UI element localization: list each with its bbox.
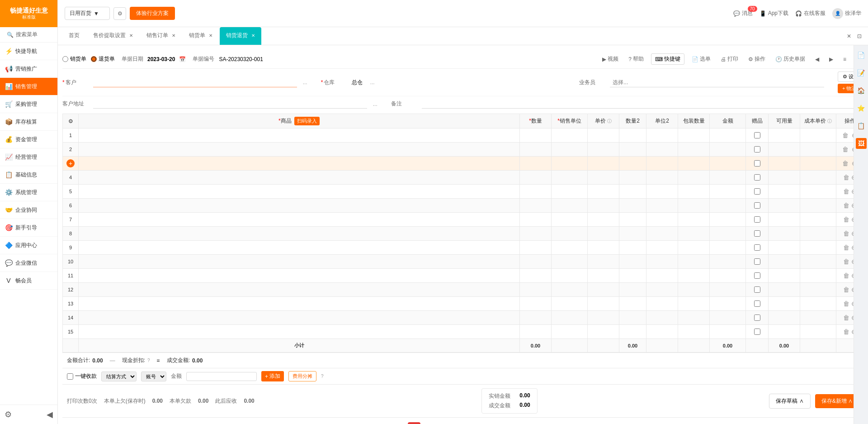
unit2-cell[interactable] <box>646 143 678 157</box>
tab-sale-order[interactable]: 销售订单 ✕ <box>140 27 182 45</box>
delete-row-btn[interactable]: 🗑 <box>842 201 850 210</box>
customer-input[interactable] <box>93 78 297 87</box>
qty-cell[interactable] <box>520 129 552 143</box>
gift-checkbox[interactable] <box>754 202 760 209</box>
gift-cell[interactable] <box>746 157 769 171</box>
taskbar-icon-5[interactable]: 📺 <box>473 422 486 424</box>
fee-help-icon[interactable]: ? <box>321 374 324 379</box>
delete-row-btn[interactable]: 🗑 <box>842 285 850 294</box>
tab-restore-icon[interactable]: ⊡ <box>855 31 863 41</box>
cost-help-icon[interactable]: ⓘ <box>827 119 832 124</box>
salesperson-input[interactable] <box>610 78 824 87</box>
amount-cell[interactable] <box>710 129 746 143</box>
gift-checkbox[interactable] <box>754 146 760 152</box>
list-view-btn[interactable]: ≡ <box>840 55 849 64</box>
amount-cell[interactable] <box>710 143 746 157</box>
taskbar-icon-3[interactable]: 🎤 <box>440 422 453 424</box>
sidebar-item-ops[interactable]: 📈 经营管理 <box>0 148 57 166</box>
tab-close-sale-return[interactable]: ✕ <box>251 33 255 38</box>
messages-btn[interactable]: 💬 消息 70 <box>733 10 753 17</box>
video-btn[interactable]: ▶ 视频 <box>599 54 621 64</box>
pkgqty-cell[interactable] <box>678 157 710 171</box>
gift-checkbox[interactable] <box>754 258 760 265</box>
pkgqty-cell[interactable] <box>678 143 710 157</box>
qty-cell[interactable] <box>520 157 552 171</box>
one-click-payment[interactable]: 一键收款 <box>67 372 97 380</box>
customer-dots[interactable]: ... <box>303 79 307 86</box>
payment-amount-input[interactable] <box>186 372 257 381</box>
sidebar-item-purchase[interactable]: 🛒 采购管理 <box>0 95 57 113</box>
prev-btn[interactable]: ◀ <box>812 55 822 64</box>
sidebar-item-app[interactable]: 🔷 应用中心 <box>0 237 57 254</box>
tab-close-sale-delivery[interactable]: ✕ <box>209 33 212 38</box>
tab-close-sale-price[interactable]: ✕ <box>129 33 133 38</box>
address-dots[interactable]: ... <box>373 101 377 107</box>
tab-close-all-icon[interactable]: ✕ <box>845 31 853 41</box>
delete-row-btn[interactable]: 🗑 <box>841 159 849 168</box>
delete-row-btn[interactable]: 🗑 <box>842 257 850 266</box>
user-profile[interactable]: 👤 徐泽华 <box>832 8 861 19</box>
fee-split-btn[interactable]: 费用分摊 <box>288 371 316 381</box>
sidebar-item-marketing[interactable]: 📢 营销推广 <box>0 60 57 78</box>
qty2-cell[interactable] <box>619 129 646 143</box>
right-panel-icon-2[interactable]: 📝 <box>856 67 867 78</box>
sidebar-item-coop[interactable]: 🤝 企业协同 <box>0 201 57 219</box>
product-input-active[interactable] <box>82 160 516 167</box>
radio-return-bill[interactable]: 退货单 <box>91 55 115 63</box>
taskbar-icon-6[interactable]: 👔 <box>489 422 502 424</box>
delete-row-btn[interactable]: 🗑 <box>842 215 850 224</box>
gift-cell[interactable] <box>746 129 769 143</box>
tab-close-sale-order[interactable]: ✕ <box>172 33 175 38</box>
delete-row-btn[interactable]: 🗑 <box>842 187 850 196</box>
delete-row-btn[interactable]: 🗑 <box>841 131 849 140</box>
tab-home[interactable]: 首页 <box>62 27 86 45</box>
calendar-icon[interactable]: 📅 <box>179 56 186 62</box>
add-fee-btn[interactable]: + 添加 <box>261 371 284 381</box>
table-gear-icon[interactable]: ⚙ <box>68 118 73 124</box>
delete-row-btn[interactable]: 🗑 <box>842 327 850 336</box>
save-new-btn[interactable]: 保存&新增 ∧ <box>815 394 859 408</box>
scan-input-btn[interactable]: 扫码录入 <box>294 117 320 125</box>
taskbar-icon-7[interactable]: 💲 <box>505 422 518 424</box>
delete-row-btn[interactable]: 🗑 <box>841 145 849 154</box>
taskbar-icon-2[interactable]: 中 <box>424 422 437 424</box>
account-select[interactable]: 账号 <box>141 372 166 381</box>
category-select[interactable]: 日用百货 ▼ <box>65 7 110 20</box>
qty2-cell[interactable] <box>619 143 646 157</box>
sidebar-item-sales[interactable]: 📊 销售管理 <box>0 78 57 95</box>
tab-sale-delivery[interactable]: 销货单 ✕ <box>183 27 219 45</box>
gift-checkbox[interactable] <box>754 300 760 307</box>
save-draft-btn[interactable]: 保存草稿 ∧ <box>769 394 810 409</box>
gift-checkbox[interactable] <box>754 188 760 195</box>
taskbar-icon-1[interactable]: S <box>408 422 420 424</box>
product-cell[interactable] <box>79 129 520 143</box>
discount-help-icon[interactable]: ? <box>147 358 150 363</box>
radio-sale-bill[interactable]: 销货单 <box>62 55 86 63</box>
unit2-cell[interactable] <box>646 157 678 171</box>
sidebar-item-wechat[interactable]: 💬 企业微信 <box>0 254 57 272</box>
pkgqty-cell[interactable] <box>678 129 710 143</box>
header-gear-btn[interactable]: ⚙ <box>113 7 126 20</box>
history-btn[interactable]: 🕐 历史单据 <box>773 54 808 64</box>
avail-cell[interactable] <box>769 157 800 171</box>
price-help-icon[interactable]: ⓘ <box>607 119 612 124</box>
unit-cell[interactable] <box>552 143 588 157</box>
qty2-cell[interactable] <box>619 157 646 171</box>
delete-row-btn[interactable]: 🗑 <box>842 243 850 252</box>
select-btn[interactable]: 📄 选单 <box>689 54 713 64</box>
delete-row-btn[interactable]: 🗑 <box>842 313 850 322</box>
gift-checkbox[interactable] <box>754 216 760 223</box>
delete-row-btn[interactable]: 🗑 <box>842 271 850 280</box>
address-input[interactable] <box>93 99 367 109</box>
print-btn[interactable]: 🖨 打印 <box>718 54 741 64</box>
unit2-cell[interactable] <box>646 129 678 143</box>
sidebar-item-sys[interactable]: ⚙️ 系统管理 <box>0 184 57 201</box>
right-panel-icon-3[interactable]: 🏠 <box>856 85 867 96</box>
right-panel-icon-4[interactable]: ⭐ <box>856 103 867 114</box>
gift-checkbox[interactable] <box>754 230 760 237</box>
taskbar-icon-4[interactable]: 🔊 <box>457 422 469 424</box>
calc-method-select[interactable]: 结算方式 <box>101 372 137 381</box>
price-cell[interactable] <box>588 157 619 171</box>
operate-btn[interactable]: ⚙ 操作 <box>745 54 768 64</box>
product-cell[interactable] <box>79 143 520 157</box>
